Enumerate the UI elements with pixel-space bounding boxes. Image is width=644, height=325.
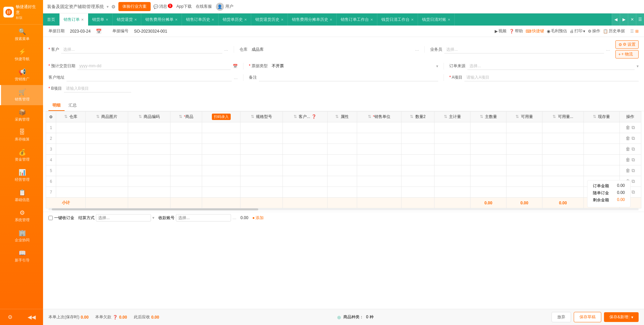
tab-close-icon[interactable]: ✕ [330, 18, 332, 22]
row6-available-qty[interactable] [506, 176, 542, 187]
row1-product-code[interactable] [128, 122, 170, 133]
sort-icon[interactable]: ⇅ [251, 114, 254, 119]
row7-available-qty[interactable] [506, 187, 542, 198]
tab-receivable-reconcile[interactable]: 钱货日清对账 ✕ [418, 13, 455, 26]
sort-icon[interactable]: ⇅ [179, 114, 182, 119]
row6-attributes[interactable] [327, 176, 357, 187]
tab-close-all-btn[interactable]: ✕ [628, 13, 636, 26]
row1-product-image[interactable] [86, 122, 128, 133]
order-source-arrow-icon[interactable]: ▾ [637, 64, 639, 69]
sort-icon[interactable]: ⇅ [516, 114, 519, 119]
sidebar-item-marketing[interactable]: 📢 营销推广 [0, 65, 43, 85]
tab-sales-order-workbench[interactable]: 销售订单工作台 ✕ [337, 13, 377, 26]
row1-attributes[interactable] [327, 122, 357, 133]
sort-icon[interactable]: ⇅ [444, 114, 447, 119]
row1-main-qty[interactable] [470, 122, 506, 133]
row7-sales-unit[interactable] [357, 187, 401, 198]
row4-warehouse[interactable] [56, 155, 86, 165]
tab-home[interactable]: 首页 [43, 13, 60, 26]
user-area[interactable]: 👤 用户 [216, 3, 233, 11]
row5-product-image[interactable] [86, 165, 128, 176]
solution-btn[interactable]: 体验行业方案 [118, 2, 151, 11]
history-btn[interactable]: 📋 历史单据 [603, 28, 625, 34]
add-btn[interactable]: ● 添加 [252, 215, 263, 221]
profit-btn[interactable]: ◉ 毛利预估 [547, 28, 567, 34]
sidebar-item-inventory[interactable]: 🗄 库存核算 [0, 125, 43, 145]
save-draft-btn[interactable]: 保存草稿 [574, 312, 601, 322]
tab-close-icon[interactable]: ✕ [106, 18, 108, 22]
row7-spec[interactable] [240, 187, 283, 198]
project-b-input[interactable] [64, 85, 131, 92]
receipt-dots-icon[interactable]: … [232, 215, 236, 220]
row6-product-image[interactable] [86, 176, 128, 187]
tab-sales-refund[interactable]: 销货退货 ✕ [113, 13, 141, 26]
sort-icon[interactable]: ⇅ [368, 114, 371, 119]
row1-qty2[interactable] [401, 122, 434, 133]
table-settings-icon[interactable]: ⚙ [49, 115, 53, 119]
row1-available-qty[interactable] [506, 122, 542, 133]
row2-qty2[interactable] [401, 133, 434, 144]
row2-current-stock[interactable] [583, 133, 619, 144]
col-settings-header[interactable]: ⚙ [46, 112, 56, 122]
tab-close-icon[interactable]: ✕ [448, 18, 450, 22]
salesperson-dots-icon[interactable]: … [606, 47, 610, 52]
row5-customer-code[interactable] [282, 165, 327, 176]
row7-customer-code[interactable] [282, 187, 327, 198]
copy-icon[interactable]: ⧉ [632, 125, 635, 130]
sort-icon[interactable]: ⇅ [294, 114, 297, 119]
row5-attributes[interactable] [327, 165, 357, 176]
row4-available-qty2[interactable] [542, 155, 584, 165]
row3-attributes[interactable] [327, 144, 357, 155]
project-a-input[interactable] [464, 74, 639, 81]
save-new-arrow-icon[interactable]: ▾ [629, 315, 633, 320]
notes-input[interactable] [259, 74, 438, 81]
warehouse-dots-icon[interactable]: … [415, 47, 419, 52]
row4-sales-unit[interactable] [357, 155, 401, 165]
tab-close-icon[interactable]: ✕ [281, 18, 283, 22]
settle-method-arrow[interactable]: ▾ [152, 215, 154, 220]
receipt-account-input[interactable] [176, 214, 231, 221]
sort-icon[interactable]: ⇅ [64, 114, 68, 119]
print-btn[interactable]: 🖨 打印 ▾ [570, 28, 585, 34]
tab-menu-btn[interactable]: ☰ [636, 13, 644, 26]
row2-main-qty[interactable] [470, 133, 506, 144]
tab-close-icon[interactable]: ✕ [370, 18, 373, 22]
row2-product-image[interactable] [86, 133, 128, 144]
row2-main-unit[interactable] [434, 133, 470, 144]
row5-spec[interactable] [240, 165, 283, 176]
invoice-type-arrow-icon[interactable]: ▾ [436, 64, 438, 69]
row5-product-code[interactable] [128, 165, 170, 176]
sort-icon[interactable]: ⇅ [335, 114, 339, 119]
row7-product[interactable] [170, 187, 202, 198]
grid-view-icon[interactable]: ⊞ [635, 29, 639, 34]
tab-sales-return[interactable]: 销货单 ✕ [88, 13, 113, 26]
row3-product-image[interactable] [86, 144, 128, 155]
notifications-area[interactable]: 💬 消息 9 [153, 4, 173, 9]
order-source-input[interactable] [467, 62, 635, 70]
sidebar-collapse-btn[interactable]: ◀◀ [26, 313, 37, 322]
sort-icon[interactable]: ⇅ [410, 114, 413, 119]
row7-available-qty2[interactable] [542, 187, 584, 198]
row2-spec[interactable] [240, 133, 283, 144]
delivery-date-input[interactable] [77, 62, 231, 70]
row4-main-qty[interactable] [470, 155, 506, 165]
customer-dots-icon[interactable]: … [224, 47, 228, 52]
row4-product-image[interactable] [86, 155, 128, 165]
sort-icon[interactable]: ⇅ [139, 114, 142, 119]
row3-spec[interactable] [240, 144, 283, 155]
delete-icon[interactable]: 🗑 [626, 125, 630, 130]
copy-icon[interactable]: ⧉ [632, 135, 635, 141]
row7-product-image[interactable] [86, 187, 128, 198]
tab-prev-btn[interactable]: ◀ [612, 13, 620, 26]
tab-sales-order[interactable]: 销售订单 ✕ [60, 13, 88, 26]
app-download-btn[interactable]: App下载 [177, 4, 192, 9]
delete-icon[interactable]: 🗑 [626, 168, 630, 173]
address-dots-icon[interactable]: … [234, 75, 238, 80]
row2-available-qty[interactable] [506, 133, 542, 144]
row3-current-stock[interactable] [583, 144, 619, 155]
row4-customer-code[interactable] [282, 155, 327, 165]
copy-icon[interactable]: ⧉ [632, 146, 635, 152]
date-picker-icon[interactable]: 📅 [233, 64, 238, 69]
copy-icon[interactable]: ⧉ [632, 168, 635, 173]
row2-warehouse[interactable] [56, 133, 86, 144]
